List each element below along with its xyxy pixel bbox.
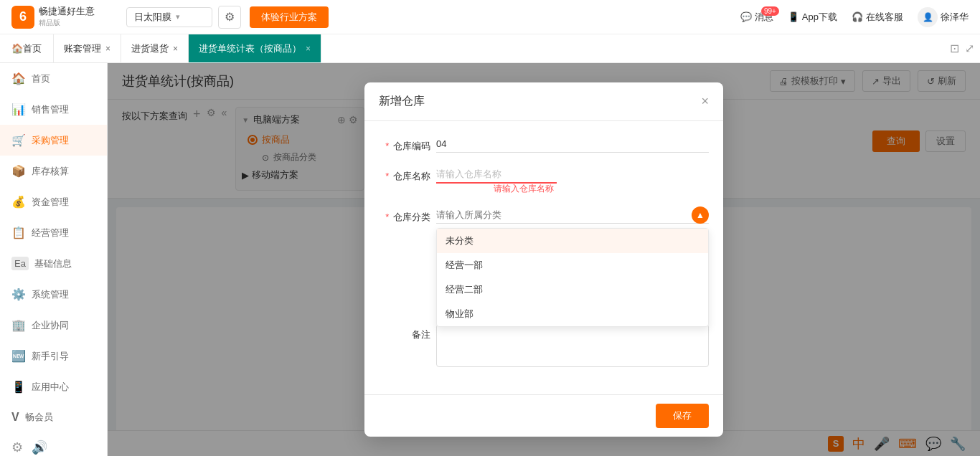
dropdown-item-property[interactable]: 物业部 <box>437 302 708 326</box>
modal-close-button[interactable]: × <box>701 94 709 109</box>
tab-accounts-label: 账套管理 <box>64 42 101 55</box>
tab-expand-icon[interactable]: ⤢ <box>965 42 974 55</box>
sidebar-label: 系统管理 <box>32 288 69 301</box>
app-download-label: App下载 <box>802 11 837 24</box>
tab-home-label: 首页 <box>23 42 42 55</box>
speaker-icon[interactable]: 🔊 <box>32 440 47 455</box>
sidebar-item-sales[interactable]: 📊 销售管理 <box>0 94 107 125</box>
tab-purchase-stats[interactable]: 进货单统计表（按商品） × <box>189 34 321 62</box>
warehouse-category-dropdown: ▲ 未分类 经营一部 经营二部 <box>436 206 709 224</box>
tab-close-icon[interactable]: × <box>173 44 178 54</box>
dropdown-item-uncategorized[interactable]: 未分类 <box>437 229 708 253</box>
warehouse-name-label: * 仓库名称 <box>379 166 436 183</box>
remark-input[interactable] <box>436 324 709 367</box>
sidebar-item-operation[interactable]: 📋 经营管理 <box>0 217 107 248</box>
message-badge: 99+ <box>761 6 779 16</box>
sidebar-item-vip[interactable]: V 畅会员 <box>0 402 107 432</box>
app-name: 畅捷通好生意 <box>39 6 95 18</box>
sidebar-item-finance[interactable]: 💰 资金管理 <box>0 186 107 217</box>
dropdown-item-ops1[interactable]: 经营一部 <box>437 253 708 277</box>
warehouse-category-row: * 仓库分类 ▲ 未分类 经营一部 <box>379 206 709 224</box>
avatar: 👤 <box>918 7 938 27</box>
sidebar-item-purchase[interactable]: 🛒 采购管理 <box>0 125 107 156</box>
sidebar-item-inventory[interactable]: 📦 库存核算 <box>0 156 107 186</box>
sidebar-label: 采购管理 <box>32 134 69 147</box>
header-right: 💬 消息 99+ 📱 App下载 🎧 在线客服 👤 徐泽华 <box>740 7 969 27</box>
warehouse-name-input[interactable] <box>436 166 557 184</box>
sidebar-label: 基础信息 <box>34 257 72 270</box>
purchase-icon: 🛒 <box>11 133 26 147</box>
warehouse-category-input[interactable] <box>436 206 709 224</box>
logo-area: 6 畅捷通好生意 精品版 <box>11 6 119 29</box>
sidebar-item-enterprise[interactable]: 🏢 企业协同 <box>0 310 107 341</box>
system-icon: ⚙️ <box>11 288 26 301</box>
enterprise-icon: 🏢 <box>11 318 26 332</box>
sidebar-item-system[interactable]: ⚙️ 系统管理 <box>0 279 107 310</box>
modal-overlay: 新增仓库 × * 仓库编码 * <box>108 63 980 456</box>
warehouse-category-label: * 仓库分类 <box>379 206 436 224</box>
tab-accounts[interactable]: 账套管理 × <box>54 34 121 62</box>
sidebar-item-apps[interactable]: 📱 应用中心 <box>0 371 107 402</box>
modal-body: * 仓库编码 * 仓库名称 请输入仓库名称 <box>364 121 723 394</box>
message-button[interactable]: 💬 消息 99+ <box>740 11 773 24</box>
app-edition: 精品版 <box>39 18 95 28</box>
sidebar-label: 销售管理 <box>32 103 69 116</box>
warehouse-code-input[interactable] <box>436 136 709 153</box>
trial-button[interactable]: 体验行业方案 <box>250 6 329 28</box>
warehouse-code-row: * 仓库编码 <box>379 136 709 153</box>
modal-title: 新增仓库 <box>379 94 425 109</box>
company-name: 日太阳膜 <box>134 11 171 24</box>
sidebar: 🏠 首页 📊 销售管理 🛒 采购管理 📦 库存核算 💰 资金管理 📋 经营管理 … <box>0 63 108 456</box>
sidebar-label: 应用中心 <box>32 381 69 394</box>
tab-home[interactable]: 🏠 首页 <box>0 34 54 62</box>
headset-icon: 🎧 <box>852 11 863 22</box>
tab-purchase-stats-label: 进货单统计表（按商品） <box>199 42 301 55</box>
tab-purchase-return[interactable]: 进货退货 × <box>121 34 189 62</box>
online-service-label: 在线客服 <box>866 11 903 24</box>
warehouse-name-error: 请输入仓库名称 <box>494 183 554 195</box>
sidebar-label: 资金管理 <box>32 196 69 209</box>
modal-header: 新增仓库 × <box>364 82 723 121</box>
online-service-button[interactable]: 🎧 在线客服 <box>852 11 903 24</box>
sidebar-item-basic[interactable]: Ea 基础信息 <box>0 248 107 279</box>
sidebar-label: 新手引导 <box>32 350 69 363</box>
sidebar-label: 首页 <box>32 72 50 85</box>
user-name: 徐泽华 <box>941 11 969 24</box>
content-area: 进货单统计(按商品) 🖨 按模板打印 ▾ ↗ 导出 ↺ 刷新 <box>108 63 980 456</box>
sidebar-item-guide[interactable]: 🆕 新手引导 <box>0 341 107 371</box>
dropdown-toggle-button[interactable]: ▲ <box>692 206 709 224</box>
apps-icon: 📱 <box>11 380 26 394</box>
company-selector[interactable]: 日太阳膜 ▾ <box>126 7 212 27</box>
sidebar-label: 库存核算 <box>32 165 69 178</box>
sidebar-item-home[interactable]: 🏠 首页 <box>0 63 107 94</box>
settings-bottom-icon[interactable]: ⚙ <box>11 440 23 455</box>
settings-button[interactable]: ⚙ <box>218 6 241 29</box>
warehouse-category-list: 未分类 经营一部 经营二部 物业部 <box>436 228 709 327</box>
sidebar-bottom: ⚙ 🔊 <box>0 432 107 456</box>
mobile-icon: 📱 <box>788 11 799 22</box>
user-menu-button[interactable]: 👤 徐泽华 <box>918 7 969 27</box>
tab-close-active-icon[interactable]: × <box>306 44 311 54</box>
tab-restore-icon[interactable]: ⊡ <box>950 42 959 55</box>
save-button[interactable]: 保存 <box>656 404 709 428</box>
tab-bar: 🏠 首页 账套管理 × 进货退货 × 进货单统计表（按商品） × ⊡ ⤢ <box>0 34 980 63</box>
basic-info-icon: Ea <box>11 257 29 270</box>
modal-footer: 保存 <box>364 394 723 437</box>
chevron-down-icon: ▾ <box>176 12 180 22</box>
main-layout: 🏠 首页 📊 销售管理 🛒 采购管理 📦 库存核算 💰 资金管理 📋 经营管理 … <box>0 63 980 456</box>
guide-icon: 🆕 <box>11 349 26 363</box>
remark-row: 备注 <box>379 324 709 367</box>
sales-icon: 📊 <box>11 103 26 116</box>
app-download-button[interactable]: 📱 App下载 <box>788 11 837 24</box>
inventory-icon: 📦 <box>11 164 26 178</box>
home-icon: 🏠 <box>11 72 26 85</box>
sidebar-label: 经营管理 <box>32 227 69 239</box>
tab-purchase-return-label: 进货退货 <box>131 42 169 55</box>
home-icon: 🏠 <box>11 43 23 54</box>
operation-icon: 📋 <box>11 226 26 239</box>
message-icon: 💬 <box>740 11 752 22</box>
app-logo-icon: 6 <box>11 6 34 29</box>
tab-close-icon[interactable]: × <box>105 44 110 54</box>
dropdown-item-ops2[interactable]: 经营二部 <box>437 277 708 302</box>
warehouse-name-row: * 仓库名称 请输入仓库名称 <box>379 166 709 184</box>
